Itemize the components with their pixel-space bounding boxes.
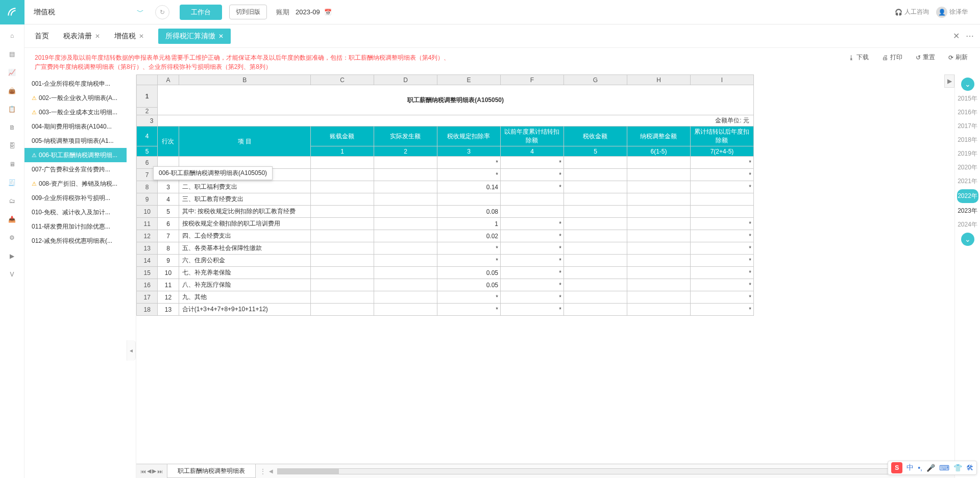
- tab-tax-list[interactable]: 税表清册✕: [63, 32, 100, 41]
- data-cell[interactable]: [564, 255, 627, 267]
- ime-voice-icon[interactable]: 🎤: [926, 464, 935, 472]
- data-cell[interactable]: [564, 193, 627, 206]
- data-cell[interactable]: [627, 206, 690, 218]
- form-list-item[interactable]: 010-免税、减计收入及加计...: [24, 205, 127, 219]
- form-list-item[interactable]: 009-企业所得税弥补亏损明...: [24, 191, 127, 205]
- data-cell[interactable]: *: [500, 291, 564, 304]
- data-cell[interactable]: [374, 255, 437, 267]
- data-cell[interactable]: *: [500, 169, 564, 181]
- close-icon[interactable]: ✕: [218, 33, 224, 40]
- year-item[interactable]: 2022年: [957, 189, 978, 203]
- data-cell[interactable]: [500, 193, 564, 206]
- data-cell[interactable]: [690, 206, 753, 218]
- form-list-item[interactable]: ⚠003-一般企业成本支出明细...: [24, 105, 127, 119]
- sheet-first-icon[interactable]: ⏮: [140, 468, 146, 474]
- data-cell[interactable]: [627, 169, 690, 181]
- data-cell[interactable]: *: [500, 279, 564, 291]
- ime-lang[interactable]: 中: [906, 463, 914, 472]
- form-list-item[interactable]: 012-减免所得税优惠明细表(...: [24, 234, 127, 248]
- nav-doc-icon[interactable]: ▤: [2, 46, 22, 62]
- year-item[interactable]: 2024年: [955, 218, 981, 232]
- form-list-item[interactable]: ⚠006-职工薪酬纳税调整明细...: [24, 148, 127, 162]
- data-cell[interactable]: [564, 304, 627, 316]
- ime-tools-icon[interactable]: 🛠: [966, 464, 973, 472]
- data-cell[interactable]: [374, 304, 437, 316]
- nav-stamp-icon[interactable]: 🗄: [2, 138, 22, 154]
- expand-columns-icon[interactable]: ▶: [944, 74, 954, 88]
- form-list-item[interactable]: ⚠002-一般企业收入明细表(A...: [24, 91, 127, 105]
- data-cell[interactable]: [627, 242, 690, 255]
- nav-bag-icon[interactable]: 👜: [2, 83, 22, 99]
- data-cell[interactable]: [627, 279, 690, 291]
- data-cell[interactable]: [374, 193, 437, 206]
- data-cell[interactable]: [374, 230, 437, 242]
- nav-inbox-icon[interactable]: 📥: [2, 211, 22, 228]
- data-cell[interactable]: *: [500, 304, 564, 316]
- data-cell[interactable]: [627, 255, 690, 267]
- year-item[interactable]: 2016年: [955, 106, 981, 119]
- data-cell[interactable]: [310, 242, 374, 255]
- data-cell[interactable]: *: [437, 242, 500, 255]
- ime-toolbar[interactable]: S 中 •, 🎤 ⌨ 👕 🛠: [888, 461, 977, 475]
- year-item[interactable]: 2023年: [955, 204, 981, 218]
- sheet-next-icon[interactable]: ▶: [152, 468, 156, 474]
- data-cell[interactable]: [374, 169, 437, 181]
- data-cell[interactable]: [374, 267, 437, 279]
- data-cell[interactable]: *: [500, 230, 564, 242]
- data-cell[interactable]: *: [690, 291, 753, 304]
- consult-button[interactable]: 🎧 人工咨询: [895, 8, 929, 16]
- data-cell[interactable]: [564, 267, 627, 279]
- year-item[interactable]: 2019年: [955, 147, 981, 161]
- data-cell[interactable]: *: [690, 242, 753, 255]
- reset-button[interactable]: ↺重置: [916, 53, 935, 62]
- data-cell[interactable]: [690, 193, 753, 206]
- data-cell[interactable]: *: [500, 181, 564, 193]
- nav-chart-icon[interactable]: 📈: [2, 64, 22, 81]
- data-cell[interactable]: [627, 218, 690, 230]
- data-cell[interactable]: [627, 157, 690, 169]
- year-item[interactable]: 2021年: [955, 174, 981, 188]
- print-button[interactable]: 🖨打印: [882, 53, 902, 62]
- data-cell[interactable]: [310, 255, 374, 267]
- data-cell[interactable]: [310, 279, 374, 291]
- data-cell[interactable]: [627, 181, 690, 193]
- data-cell[interactable]: [564, 230, 627, 242]
- data-cell[interactable]: [310, 206, 374, 218]
- calendar-icon[interactable]: 📅: [324, 9, 332, 16]
- sheet-prev-icon[interactable]: ◀: [147, 468, 151, 474]
- data-cell[interactable]: *: [690, 218, 753, 230]
- data-cell[interactable]: *: [500, 267, 564, 279]
- tax-type-dropdown-chevron[interactable]: ﹀: [137, 8, 144, 17]
- data-cell[interactable]: [564, 291, 627, 304]
- nav-settings-icon[interactable]: ⚙: [2, 230, 22, 246]
- nav-clipboard-icon[interactable]: 📋: [2, 101, 22, 117]
- sheet-last-icon[interactable]: ⏭: [157, 468, 163, 474]
- data-cell[interactable]: [310, 193, 374, 206]
- nav-monitor-icon[interactable]: 🖥: [2, 156, 22, 172]
- app-logo[interactable]: [0, 0, 24, 24]
- data-cell[interactable]: 0.02: [437, 230, 500, 242]
- data-cell[interactable]: *: [500, 218, 564, 230]
- data-cell[interactable]: [564, 169, 627, 181]
- close-icon[interactable]: ✕: [95, 33, 100, 40]
- form-list-item[interactable]: 005-纳税调整项目明细表(A1...: [24, 134, 127, 148]
- data-cell[interactable]: [374, 206, 437, 218]
- data-cell[interactable]: [627, 267, 690, 279]
- data-cell[interactable]: [500, 206, 564, 218]
- nav-archive-icon[interactable]: 🗂: [2, 193, 22, 209]
- data-cell[interactable]: [437, 193, 500, 206]
- nav-home-icon[interactable]: ⌂: [2, 28, 22, 44]
- data-cell[interactable]: [310, 157, 374, 169]
- data-cell[interactable]: [374, 291, 437, 304]
- data-cell[interactable]: [374, 218, 437, 230]
- nav-v-icon[interactable]: V: [2, 266, 22, 283]
- data-cell[interactable]: *: [690, 267, 753, 279]
- collapse-sidebar-icon[interactable]: ◂: [127, 340, 136, 361]
- data-cell[interactable]: [564, 181, 627, 193]
- form-list-item[interactable]: 011-研发费用加计扣除优惠...: [24, 219, 127, 234]
- data-cell[interactable]: *: [500, 255, 564, 267]
- data-cell[interactable]: *: [437, 304, 500, 316]
- nav-tax-icon[interactable]: 🧾: [2, 174, 22, 191]
- data-cell[interactable]: *: [690, 304, 753, 316]
- download-button[interactable]: ⭳下载: [848, 53, 869, 62]
